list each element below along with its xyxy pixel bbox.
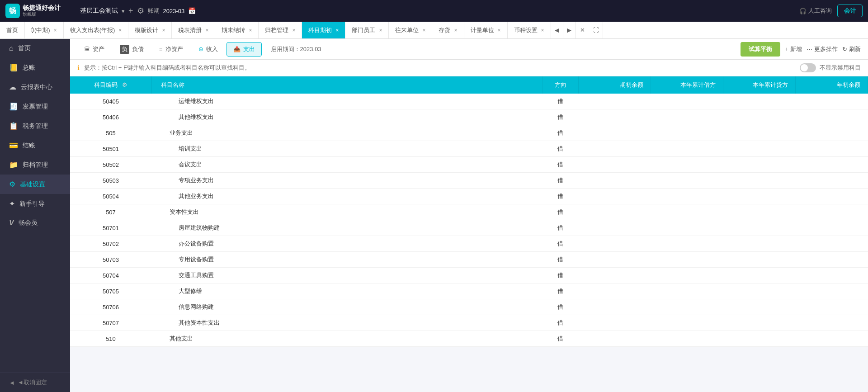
tab-home[interactable]: 首页 <box>0 22 25 38</box>
tip-icon: ℹ <box>77 64 80 71</box>
tab-contacts-close[interactable]: × <box>422 27 425 33</box>
sidebar-item-home[interactable]: ⌂ 首页 <box>0 39 70 58</box>
refresh-button[interactable]: ↻ 刷新 <box>842 45 861 53</box>
table-row[interactable]: 510其他支出借 <box>70 331 868 347</box>
cell-opening-balance <box>579 315 651 331</box>
table-row[interactable]: 50703专用设备购置借 <box>70 252 868 268</box>
table-row[interactable]: 50405运维维权支出借 <box>70 94 868 109</box>
sidebar-item-guide[interactable]: ✦ 新手引导 <box>0 194 70 213</box>
sidebar-item-tax[interactable]: 📋 税务管理 <box>0 116 70 136</box>
tab-unit-close[interactable]: × <box>498 27 501 33</box>
tab-dept-close[interactable]: × <box>379 27 382 33</box>
cell-ytd-credit <box>723 109 796 125</box>
cell-ytd-credit <box>723 157 796 173</box>
tab-tax[interactable]: 税表清册 × <box>172 22 215 38</box>
tab-dept[interactable]: 部门员工 × <box>345 22 389 38</box>
th-gear-icon[interactable]: ⚙ <box>122 81 127 88</box>
table-row[interactable]: 50707其他资本性支出借 <box>70 315 868 331</box>
sidebar-item-archive[interactable]: 📁 归档管理 <box>0 155 70 175</box>
sidebar-item-invoice[interactable]: 🧾 发票管理 <box>0 97 70 116</box>
tab-close-all-button[interactable]: ✕ <box>576 22 590 38</box>
table-row[interactable]: 50503专项业务支出借 <box>70 173 868 189</box>
cell-ytd-debit <box>651 283 723 299</box>
sub-tab-asset[interactable]: 🏛 资产 <box>77 42 111 57</box>
cell-ytd-credit <box>723 141 796 157</box>
add-button[interactable]: + 新增 <box>785 45 802 53</box>
tab-subject-init-close[interactable]: × <box>335 27 339 33</box>
cell-opening-balance <box>579 268 651 283</box>
sub-tab-liability[interactable]: 负 负债 <box>113 42 151 57</box>
cell-name: 房屋建筑物购建 <box>151 220 542 236</box>
table-row[interactable]: 507资本性支出借 <box>70 204 868 220</box>
service-button[interactable]: 🎧 人工咨询 <box>799 7 832 15</box>
tab-archive-close[interactable]: × <box>292 27 295 33</box>
sidebar-invoice-label: 发票管理 <box>23 103 48 111</box>
cell-ytd-credit <box>723 173 796 189</box>
table-row[interactable]: 505业务支出借 <box>70 125 868 141</box>
cell-year-opening <box>796 204 868 220</box>
tab-template-close[interactable]: × <box>162 27 165 33</box>
tab-currency[interactable]: 币种设置 × <box>508 22 551 38</box>
tab-bar: 首页 ₿(中期) × 收入支出表(年报) × 模版设计 × 税表清册 × 期末结… <box>0 22 868 39</box>
tab-period-end-close[interactable]: × <box>249 27 252 33</box>
table-row[interactable]: 50501培训支出借 <box>70 141 868 157</box>
toggle-label: 不显示禁用科目 <box>820 64 861 72</box>
tab-tax-close[interactable]: × <box>205 27 208 33</box>
tab-income-close[interactable]: × <box>118 27 122 33</box>
sidebar-basic-label: 基础设置 <box>20 180 45 189</box>
tab-inventory-close[interactable]: × <box>454 27 457 33</box>
more-button[interactable]: ⋯ 更多操作 <box>807 45 838 53</box>
sidebar-item-report[interactable]: ☁ 云报表中心 <box>0 77 70 97</box>
cell-name: 资本性支出 <box>151 204 542 220</box>
sidebar-item-vip[interactable]: V 畅会员 <box>0 213 70 232</box>
tab-inventory[interactable]: 存货 × <box>432 22 464 38</box>
sidebar-item-ledger[interactable]: 📒 总账 <box>0 58 70 77</box>
table-row[interactable]: 50502会议支出借 <box>70 157 868 173</box>
tab-bs-mid-close[interactable]: × <box>54 27 57 33</box>
table-row[interactable]: 50704交通工具购置借 <box>70 268 868 283</box>
table-row[interactable]: 50702办公设备购置借 <box>70 236 868 252</box>
tab-currency-close[interactable]: × <box>541 27 544 33</box>
sub-tab-expense[interactable]: 📤 支出 <box>226 42 262 57</box>
sidebar-collapse-button[interactable]: ◄ ◄取消固定 <box>0 373 70 392</box>
period-value: 2023-03 <box>163 8 185 14</box>
sub-tab-income[interactable]: ⊕ 收入 <box>192 42 225 57</box>
table-row[interactable]: 50504其他业务支出借 <box>70 189 868 204</box>
cell-ytd-credit <box>723 252 796 268</box>
tab-prev-button[interactable]: ◀ <box>551 22 563 38</box>
tab-unit[interactable]: 计量单位 × <box>464 22 508 38</box>
disable-toggle[interactable] <box>800 63 816 72</box>
cell-ytd-debit <box>651 173 723 189</box>
tab-template[interactable]: 模版设计 × <box>128 22 172 38</box>
settings-button[interactable]: ⚙ <box>137 6 144 16</box>
tab-subject-init[interactable]: 科目期初 × <box>302 22 345 38</box>
account-button[interactable]: 会计 <box>837 5 863 17</box>
liability-icon: 负 <box>120 45 129 54</box>
sidebar-item-settle[interactable]: 💳 结账 <box>0 136 70 155</box>
tab-bs-mid[interactable]: ₿(中期) × <box>25 22 64 38</box>
add-tab-button[interactable]: + <box>128 6 133 16</box>
sidebar-item-basic[interactable]: ⚙ 基础设置 <box>0 175 70 194</box>
tab-income[interactable]: 收入支出表(年报) × <box>64 22 129 38</box>
table-row[interactable]: 50706信息网络购建借 <box>70 299 868 315</box>
cell-year-opening <box>796 283 868 299</box>
th-ytd-credit: 本年累计贷方 <box>723 76 796 94</box>
table-row[interactable]: 50701房屋建筑物购建借 <box>70 220 868 236</box>
top-bar: 畅 畅捷通好会计 旗舰版 基层工会测试 ▾ + ⚙ 账期 2023-03 📅 🎧… <box>0 0 868 22</box>
cell-opening-balance <box>579 141 651 157</box>
balance-button[interactable]: 试算平衡 <box>741 42 780 57</box>
table-row[interactable]: 50705大型修缮借 <box>70 283 868 299</box>
tab-contacts[interactable]: 往来单位 × <box>389 22 432 38</box>
tab-next-button[interactable]: ▶ <box>563 22 576 38</box>
tab-period-end[interactable]: 期末结转 × <box>215 22 259 38</box>
sub-tab-equity[interactable]: ≡ 净资产 <box>152 42 190 57</box>
tab-archive[interactable]: 归档管理 × <box>259 22 302 38</box>
table-row[interactable]: 50406其他维权支出借 <box>70 109 868 125</box>
calendar-icon[interactable]: 📅 <box>188 7 196 14</box>
tip-text: 提示：按Ctrl + F键并输入科目编码或者科目名称可以查找科目。 <box>84 64 250 72</box>
company-dropdown-icon[interactable]: ▾ <box>122 8 125 14</box>
cell-code: 507 <box>70 204 151 220</box>
cell-code: 50405 <box>70 94 151 109</box>
table-header-row: 科目编码 ⚙ 科目名称 方向 期初余额 本年累计借方 本年累计贷方 年初余额 <box>70 76 868 94</box>
tab-expand-button[interactable]: ⛶ <box>590 22 603 38</box>
